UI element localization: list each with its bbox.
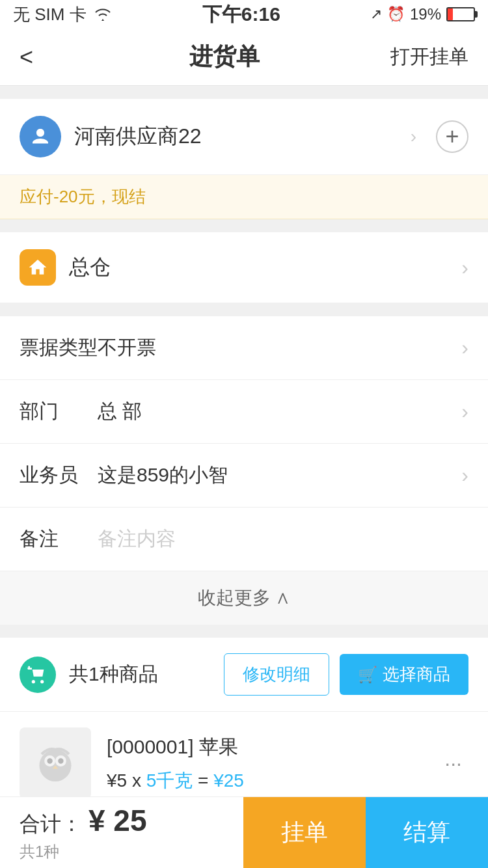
supplier-avatar — [20, 116, 61, 157]
product-unit-price: ¥5 — [107, 770, 127, 791]
warehouse-section: 总仓 › — [0, 232, 488, 303]
status-indicators: ↗ ⏰ 19% — [370, 5, 475, 23]
warehouse-icon — [20, 249, 56, 286]
hang-button[interactable]: 挂单 — [243, 797, 366, 869]
location-icon: ↗ — [370, 6, 382, 23]
product-thumbnail — [20, 727, 91, 799]
remark-row[interactable]: 备注 备注内容 — [0, 508, 488, 571]
battery-percent: 19% — [410, 5, 441, 23]
section-gap-1 — [0, 86, 488, 99]
supplier-name: 河南供应商22 — [74, 122, 411, 151]
supplier-chevron-icon: › — [411, 126, 416, 147]
product-name-text: 苹果 — [199, 736, 238, 757]
product-info: [0000001] 苹果 ¥5 x 5千克 = ¥25 — [107, 734, 438, 793]
salesperson-chevron-icon: › — [461, 463, 468, 487]
ticket-type-chevron-icon: › — [461, 336, 468, 360]
supplier-warning: 应付-20元，现结 — [0, 175, 488, 219]
footer-total-section: 合计： ¥ 25 共1种 — [0, 803, 243, 862]
department-value: 总 部 — [98, 398, 461, 425]
total-label: 合计： — [20, 810, 82, 839]
carrier-text: 无 SIM 卡 — [13, 3, 87, 26]
warehouse-chevron-icon: › — [461, 256, 468, 280]
ticket-type-value: 不开票 — [98, 334, 461, 361]
checkout-button[interactable]: 结算 — [366, 797, 488, 869]
supplier-row[interactable]: 河南供应商22 › + — [0, 99, 488, 175]
collapse-button[interactable]: 收起更多 ∧ — [0, 571, 488, 625]
open-pending-button[interactable]: 打开挂单 — [390, 44, 468, 70]
nav-bar: < 进货单 打开挂单 — [0, 29, 488, 86]
products-count: 共1种商品 — [69, 661, 224, 688]
status-time: 下午6:16 — [202, 1, 280, 28]
salesperson-value: 这是859的小智 — [98, 462, 461, 489]
product-more-button[interactable]: ··· — [438, 745, 468, 782]
add-supplier-button[interactable]: + — [436, 120, 468, 153]
section-gap-2 — [0, 219, 488, 232]
bag-icon — [27, 664, 48, 685]
department-chevron-icon: › — [461, 400, 468, 424]
section-gap-3 — [0, 303, 488, 316]
ticket-type-row[interactable]: 票据类型 不开票 › — [0, 316, 488, 380]
home-icon — [27, 257, 48, 278]
svg-point-3 — [47, 758, 52, 763]
footer-sub-label: 共1种 — [20, 841, 224, 862]
back-button[interactable]: < — [20, 44, 59, 71]
products-header: 共1种商品 修改明细 🛒 选择商品 — [0, 638, 488, 712]
product-code: [0000001] — [107, 736, 193, 757]
total-amount: ¥ 25 — [88, 803, 147, 838]
select-product-label: 选择商品 — [383, 663, 450, 686]
product-quantity: 5千克 — [146, 770, 193, 791]
salesperson-label: 业务员 — [20, 462, 98, 489]
warehouse-name: 总仓 — [69, 253, 461, 282]
products-icon — [20, 657, 56, 693]
product-total: ¥25 — [213, 770, 244, 791]
status-carrier: 无 SIM 卡 — [13, 3, 113, 26]
battery-icon — [446, 7, 475, 21]
product-price: ¥5 x 5千克 = ¥25 — [107, 768, 438, 793]
warehouse-row[interactable]: 总仓 › — [0, 232, 488, 303]
product-equals: = — [198, 770, 213, 791]
page-title: 进货单 — [189, 41, 260, 73]
status-bar: 无 SIM 卡 下午6:16 ↗ ⏰ 19% — [0, 0, 488, 29]
product-name: [0000001] 苹果 — [107, 734, 438, 761]
product-multiply: x — [132, 770, 146, 791]
department-label: 部门 — [20, 398, 98, 425]
remark-value: 备注内容 — [98, 526, 468, 552]
edit-detail-button[interactable]: 修改明细 — [224, 653, 329, 696]
salesperson-row[interactable]: 业务员 这是859的小智 › — [0, 444, 488, 508]
form-section: 票据类型 不开票 › 部门 总 部 › 业务员 这是859的小智 › 备注 备注… — [0, 316, 488, 625]
remark-label: 备注 — [20, 526, 98, 552]
person-icon — [29, 125, 52, 148]
footer: 合计： ¥ 25 共1种 挂单 结算 — [0, 796, 488, 868]
select-product-button[interactable]: 🛒 选择商品 — [340, 654, 468, 695]
footer-total-main: 合计： ¥ 25 — [20, 803, 224, 839]
wifi-icon — [93, 7, 113, 21]
select-product-icon: 🛒 — [358, 666, 377, 684]
supplier-section: 河南供应商22 › + 应付-20元，现结 — [0, 99, 488, 219]
alarm-icon: ⏰ — [387, 6, 405, 23]
department-row[interactable]: 部门 总 部 › — [0, 380, 488, 444]
svg-point-4 — [58, 758, 63, 763]
ticket-type-label: 票据类型 — [20, 334, 98, 361]
owl-logo-icon — [33, 740, 78, 786]
